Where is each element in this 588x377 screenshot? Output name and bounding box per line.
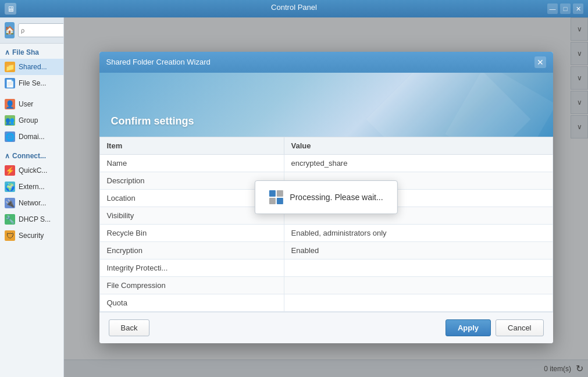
dhcp-icon: 🔧 bbox=[5, 214, 15, 225]
home-button[interactable]: 🏠 bbox=[5, 22, 15, 38]
collapse-connectivity-icon: ∧ bbox=[5, 152, 10, 160]
close-window-button[interactable]: ✕ bbox=[573, 3, 583, 14]
table-row: Recycle BinEnabled, administrators only bbox=[99, 224, 553, 241]
table-row: Integrity Protecti... bbox=[99, 259, 553, 276]
back-button[interactable]: Back bbox=[109, 319, 150, 336]
network-icon: 🔌 bbox=[5, 198, 15, 208]
maximize-button[interactable]: □ bbox=[560, 3, 571, 14]
wizard-banner-title: Confirm settings bbox=[111, 115, 194, 127]
row-value: encrypted_share bbox=[284, 154, 553, 172]
sidebar-item-label: Shared... bbox=[19, 63, 47, 71]
wizard-banner: Confirm settings bbox=[99, 73, 553, 137]
section-label: File Sha bbox=[12, 48, 39, 56]
wizard-footer: Back Apply Cancel bbox=[99, 312, 553, 343]
search-input[interactable] bbox=[18, 23, 64, 37]
security-icon: 🛡 bbox=[5, 230, 15, 241]
wizard-body: Item Value Nameencrypted_shareDescriptio… bbox=[99, 137, 553, 312]
row-item: Integrity Protecti... bbox=[99, 259, 284, 276]
wizard-close-button[interactable]: ✕ bbox=[534, 56, 546, 68]
row-item: Quota bbox=[99, 294, 284, 311]
sidebar-section-connectivity: ∧ Connect... ⚡ QuickC... 🌍 Extern... 🔌 N… bbox=[0, 147, 63, 246]
sidebar-section-file-sharing: ∧ File Sha 📁 Shared... 📄 File Se... bbox=[0, 44, 63, 94]
row-item: File Compression bbox=[99, 276, 284, 294]
row-value bbox=[284, 259, 553, 276]
app-icon: 🖥 bbox=[5, 3, 16, 15]
sidebar: 🏠 ∧ File Sha 📁 Shared... 📄 File Se... 👤 … bbox=[0, 17, 64, 377]
sidebar-item-label: QuickC... bbox=[19, 166, 47, 175]
minimize-button[interactable]: — bbox=[547, 3, 558, 14]
sidebar-item-label: Domai... bbox=[19, 133, 45, 141]
modal-overlay: Shared Folder Creation Wizard ✕ Confirm … bbox=[64, 17, 588, 377]
taskbar-left: 🖥 bbox=[5, 3, 16, 15]
processing-icon bbox=[269, 190, 283, 204]
file-service-icon: 📄 bbox=[5, 78, 15, 88]
sidebar-item-user[interactable]: 👤 User bbox=[0, 96, 63, 112]
sidebar-item-security[interactable]: 🛡 Security bbox=[0, 227, 63, 244]
sidebar-item-domain[interactable]: 🌐 Domai... bbox=[0, 129, 63, 145]
sidebar-item-label: File Se... bbox=[19, 79, 46, 87]
collapse-icon: ∧ bbox=[5, 48, 10, 56]
sidebar-item-shared-folder[interactable]: 📁 Shared... bbox=[0, 59, 63, 75]
taskbar-controls: — □ ✕ bbox=[547, 3, 583, 14]
table-row: File Compression bbox=[99, 276, 553, 294]
sidebar-item-label: Extern... bbox=[19, 183, 45, 191]
sidebar-item-label: Security bbox=[19, 232, 44, 240]
sidebar-section-header-connectivity[interactable]: ∧ Connect... bbox=[0, 150, 63, 162]
sidebar-item-label: DHCP S... bbox=[19, 215, 51, 223]
main-layout: 🏠 ∧ File Sha 📁 Shared... 📄 File Se... 👤 … bbox=[0, 17, 588, 377]
sidebar-item-label: Networ... bbox=[19, 199, 46, 207]
sidebar-item-quickconnect[interactable]: ⚡ QuickC... bbox=[0, 162, 63, 179]
table-header-item: Item bbox=[99, 137, 284, 154]
wizard-dialog: Shared Folder Creation Wizard ✕ Confirm … bbox=[99, 52, 553, 343]
table-header-value: Value bbox=[284, 137, 553, 154]
apply-button[interactable]: Apply bbox=[446, 319, 491, 336]
processing-popup: Processing. Please wait... bbox=[254, 180, 397, 214]
sidebar-item-label: Group bbox=[19, 116, 38, 125]
quickconnect-icon: ⚡ bbox=[5, 165, 15, 176]
sidebar-item-label: User bbox=[19, 100, 33, 108]
sidebar-item-dhcp[interactable]: 🔧 DHCP S... bbox=[0, 211, 63, 227]
row-value: Enabled bbox=[284, 241, 553, 259]
row-item: Encryption bbox=[99, 241, 284, 259]
table-row: EncryptionEnabled bbox=[99, 241, 553, 259]
wizard-titlebar: Shared Folder Creation Wizard ✕ bbox=[99, 52, 553, 73]
sidebar-item-file-services[interactable]: 📄 File Se... bbox=[0, 75, 63, 91]
icon-cell-4 bbox=[276, 198, 283, 204]
settings-table: Item Value Nameencrypted_shareDescriptio… bbox=[99, 137, 553, 312]
icon-cell-2 bbox=[276, 190, 283, 197]
row-item: Recycle Bin bbox=[99, 224, 284, 241]
sidebar-section-header-file-sharing[interactable]: ∧ File Sha bbox=[0, 46, 63, 59]
table-row: Quota bbox=[99, 294, 553, 311]
external-icon: 🌍 bbox=[5, 182, 15, 192]
row-value: Enabled, administrators only bbox=[284, 224, 553, 241]
row-value bbox=[284, 294, 553, 311]
row-item: Name bbox=[99, 154, 284, 172]
wizard-title: Shared Folder Creation Wizard bbox=[106, 58, 211, 66]
sidebar-top: 🏠 bbox=[0, 17, 63, 44]
domain-icon: 🌐 bbox=[5, 131, 15, 142]
wizard-footer-right: Apply Cancel bbox=[446, 319, 544, 336]
taskbar: 🖥 Control Panel — □ ✕ bbox=[0, 0, 588, 17]
icon-cell-3 bbox=[269, 198, 275, 204]
cancel-button[interactable]: Cancel bbox=[496, 319, 543, 336]
folder-icon: 📁 bbox=[5, 62, 15, 72]
sidebar-item-external[interactable]: 🌍 Extern... bbox=[0, 179, 63, 195]
icon-cell-1 bbox=[269, 190, 275, 197]
sidebar-section-user-group: 👤 User 👥 Group 🌐 Domai... bbox=[0, 94, 63, 147]
section-label: Connect... bbox=[12, 152, 46, 160]
sidebar-item-network[interactable]: 🔌 Networ... bbox=[0, 195, 63, 211]
content-area: ∨ ∨ ∨ ∨ ∨ 0 item(s) ↻ Shared Folder Crea… bbox=[64, 17, 588, 377]
taskbar-title: Control Panel bbox=[271, 3, 317, 12]
user-icon: 👤 bbox=[5, 99, 15, 109]
group-icon: 👥 bbox=[5, 115, 15, 126]
table-row: Nameencrypted_share bbox=[99, 154, 553, 172]
processing-text: Processing. Please wait... bbox=[290, 193, 383, 202]
row-value bbox=[284, 276, 553, 294]
sidebar-item-group[interactable]: 👥 Group bbox=[0, 112, 63, 129]
